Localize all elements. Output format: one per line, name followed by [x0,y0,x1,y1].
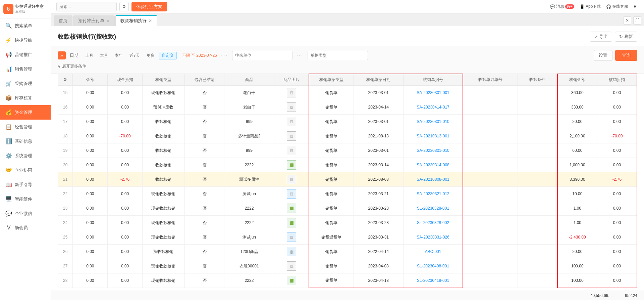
col-header-cancel_amount: 核销金额 [557,74,597,86]
doc-link[interactable]: SA-20210808-001 [417,177,449,182]
sidebar-item-3[interactable]: 📊销售管理 [0,62,51,76]
sidebar-item-4[interactable]: 🛒采购管理 [0,76,51,91]
cell-cancel_doc_no[interactable]: ABC-001 [403,245,463,259]
cell-gear: 28 [58,273,73,288]
refresh-button[interactable]: ↻ 刷新 [615,32,637,42]
col-header-goods_image: 商品图片 [274,74,309,86]
sidebar-item-7[interactable]: 📋经营管理 [0,120,51,134]
expand-window-button[interactable]: ⛶ [633,16,641,25]
sidebar-label-1: 快捷导航 [15,37,32,43]
cell-cancel_type: 现销收款核销 [142,187,184,201]
doc-link[interactable]: SA-20230314-008 [417,163,449,167]
settings-button[interactable]: 设置 [594,50,612,61]
cell-cancel_doc_no[interactable]: SA-20230301-001 [403,86,463,100]
export-button[interactable]: ↗ 导出 [590,32,612,42]
doc-link[interactable]: SA-20230301-010 [417,148,449,153]
date-this-year[interactable]: 本年 [112,52,125,59]
cell-goods: 999 [224,143,274,158]
tab-close-2[interactable]: ✕ [149,18,152,23]
cell-include_settled: 否 [184,230,224,245]
doc-link[interactable]: SL-20230408-001 [417,264,449,268]
tab-1[interactable]: 预付冲应付单✕ [73,15,115,26]
date-this-month[interactable]: 本月 [97,52,111,59]
doc-link[interactable]: SA-20230301-001 [417,90,449,95]
cell-receipt_order_no [463,273,518,288]
brand-name: 畅捷通谐好生意 [15,4,44,9]
receipt-type-select[interactable] [308,51,368,60]
cell-cancel_doc_no[interactable]: SL-20230328-001 [403,201,463,216]
sidebar-item-12[interactable]: 🖥️智能硬件 [0,192,51,206]
date-custom[interactable]: 自定义 [159,52,177,59]
sidebar-item-10[interactable]: 🤝企业协同 [0,163,51,177]
sidebar-item-11[interactable]: 📖新手引导 [0,177,51,192]
cell-gear: 20 [58,158,73,172]
online-service-button[interactable]: 🎧 在线客服 [606,4,628,9]
cell-cancel_amount: 1.00 [557,216,597,230]
cell-include_settled: 否 [184,187,224,201]
cell-cancel_doc_no[interactable]: SL-20230408-001 [403,259,463,273]
cell-balance: 0.00 [73,273,108,288]
sidebar-item-9[interactable]: ⚙️系统管理 [0,148,51,163]
gear-icon[interactable]: ⚙ [119,2,129,11]
close-tab-button[interactable]: ✕ [623,16,631,25]
cell-cancel_doc_no[interactable]: SA-20230314-008 [403,158,463,172]
cell-goods_image: 🖼 [274,129,309,143]
doc-link[interactable]: SA-20230321-012 [417,191,449,196]
cell-cancel_discount: 0.00 [597,187,637,201]
cell-cancel_doc_no[interactable]: SA-20230301-010 [403,143,463,158]
tab-label-0: 首页 [59,18,67,24]
doc-link[interactable]: SA-20230331-026 [417,235,449,240]
query-button[interactable]: 查询 [615,50,637,61]
cell-cancel_doc_no[interactable]: SA-20210808-001 [403,172,463,187]
cell-cancel_amount: 1,000.00 [557,158,597,172]
doc-link[interactable]: SA-20210813-001 [417,134,449,138]
cell-cancel_doc_no[interactable]: SA-20210813-001 [403,129,463,143]
sidebar-item-1[interactable]: ⚡快捷导航 [0,33,51,47]
doc-link[interactable]: SA-20230414-017 [417,105,449,110]
cell-cancel_amount: 2,100.00 [557,129,597,143]
tab-2[interactable]: 收款核销执行✕ [115,15,157,26]
doc-link[interactable]: SL-20230328-002 [417,220,449,225]
cell-cancel_doc_no[interactable]: SA-20230321-012 [403,187,463,201]
cell-cancel_doc_no[interactable]: SA-20230301-010 [403,115,463,129]
solution-button[interactable]: 休验行业方案 [131,2,167,11]
cell-cancel_type: 收款核销 [142,158,184,172]
sidebar-item-0[interactable]: 🔍搜索菜单 [0,18,51,33]
sidebar-item-14[interactable]: V畅会员 [0,221,51,235]
table-row: 190.000.00收款核销否999🖼销货单2023-03-01SA-20230… [58,143,637,158]
date-7days[interactable]: 近7天 [127,52,143,59]
cell-cancel_doc_no[interactable]: SA-20230331-026 [403,230,463,245]
cell-cancel_doc_no[interactable]: SA-20230414-017 [403,100,463,115]
date-last-month[interactable]: 上月 [83,52,96,59]
cell-cash_discount: 0.00 [108,259,143,273]
cell-cancel_doc_no[interactable]: SL-20230328-002 [403,216,463,230]
cell-goods_image: 🖼 [274,100,309,115]
sidebar-item-8[interactable]: ℹ️基础信息 [0,134,51,148]
doc-link[interactable]: SL-20230328-001 [417,206,449,211]
filter-toggle-button[interactable]: » [58,51,66,59]
cell-receipt_order_no [463,216,518,230]
cell-receipt_condition [518,129,557,143]
sidebar-item-2[interactable]: 📢营销推广 [0,47,51,62]
doc-link[interactable]: ABC-001 [425,249,441,254]
search-input[interactable] [56,2,117,11]
doc-link[interactable]: SA-20230301-010 [417,119,449,124]
tab-0[interactable]: 首页 [54,15,72,26]
app-download-button[interactable]: 📱 App下载 [580,4,601,9]
counterpart-input[interactable] [232,51,292,60]
doc-link[interactable]: SL-20230418-001 [417,278,449,283]
sidebar-label-9: 系统管理 [15,153,32,159]
notification-button[interactable]: 💬 消息 99+ [550,4,574,9]
cell-cancel_doc_type: 销货单 [309,129,354,143]
tab-close-1[interactable]: ✕ [106,18,110,23]
cell-cash_discount: 0.00 [108,273,143,288]
sidebar-item-13[interactable]: 💬企业微信 [0,206,51,221]
expand-more-conditions[interactable]: ∨ 展开更多条件 [58,63,637,69]
sidebar-item-5[interactable]: 📦库存核算 [0,91,51,105]
cell-cash_discount: 0.00 [108,143,143,158]
date-more[interactable]: 更多 [144,52,157,59]
cell-cancel_doc_no[interactable]: SL-20230418-001 [403,273,463,288]
cell-cancel_doc_type: 销货单 [309,158,354,172]
sidebar-item-6[interactable]: 💰资金管理 [0,105,51,120]
cell-cash_discount: 0.00 [108,245,143,259]
